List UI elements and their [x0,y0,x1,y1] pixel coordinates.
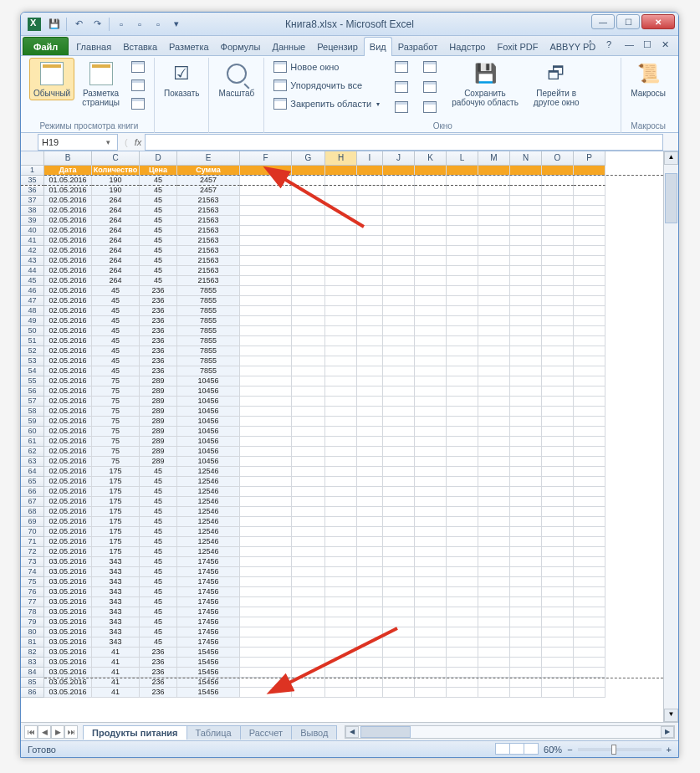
row-header[interactable]: 85 [21,678,44,688]
cell[interactable] [292,457,325,467]
cell[interactable] [478,587,510,597]
cell[interactable] [510,648,542,658]
cell[interactable] [447,366,478,376]
cell[interactable]: 02.05.2016 [44,537,92,547]
cell[interactable] [478,648,510,658]
cell[interactable] [325,246,357,256]
cell[interactable] [542,386,574,397]
row-header[interactable]: 60 [21,427,44,437]
cell[interactable]: 02.05.2016 [44,427,92,437]
cell[interactable] [357,537,383,547]
cell[interactable] [510,637,542,648]
page-layout-button[interactable]: Разметка страницы [78,58,124,110]
cell[interactable] [510,246,542,256]
cell[interactable]: 236 [140,316,177,326]
cell[interactable] [325,397,357,407]
cell[interactable] [383,226,415,236]
cell[interactable] [542,306,574,316]
cell[interactable] [292,236,325,246]
cell[interactable]: Количество [92,166,140,176]
cell[interactable] [240,457,292,467]
cell[interactable] [240,336,292,346]
cell[interactable]: 236 [140,658,177,668]
cell[interactable] [357,366,383,376]
cell[interactable] [542,617,574,627]
cell[interactable]: 17456 [177,637,240,648]
cell[interactable] [357,276,383,286]
row-header[interactable]: 76 [21,587,44,597]
show-button[interactable]: ☑ Показать [160,58,204,100]
cell[interactable] [325,487,357,497]
cell[interactable] [292,627,325,637]
cell[interactable] [447,356,478,366]
cell[interactable]: 343 [92,637,140,648]
cell[interactable] [510,668,542,678]
row-header[interactable]: 68 [21,507,44,517]
cell[interactable] [447,577,478,587]
cell[interactable] [542,487,574,497]
cell[interactable]: 41 [92,658,140,668]
cell[interactable]: 12546 [177,477,240,487]
cell[interactable] [240,437,292,447]
cell[interactable] [447,567,478,577]
formula-input[interactable] [145,134,663,151]
cell[interactable] [447,246,478,256]
qat-extra3[interactable]: ▫ [150,16,166,33]
cell[interactable] [478,447,510,457]
cell[interactable] [415,397,447,407]
cell[interactable] [510,286,542,296]
cell[interactable]: 236 [140,296,177,306]
cell[interactable]: 45 [92,356,140,366]
cell[interactable] [415,437,447,447]
cell[interactable] [542,376,574,386]
cell[interactable] [357,206,383,216]
row-header[interactable]: 52 [21,346,44,356]
cell[interactable] [478,196,510,206]
cell[interactable]: 02.05.2016 [44,346,92,356]
cell[interactable]: 10456 [177,376,240,386]
cell[interactable] [240,637,292,648]
cell[interactable]: 175 [92,467,140,477]
cell[interactable] [383,487,415,497]
cell[interactable]: 75 [92,437,140,447]
cell[interactable]: 236 [140,366,177,376]
cell[interactable]: 10456 [177,447,240,457]
cell[interactable] [292,617,325,627]
cell[interactable] [478,306,510,316]
cell[interactable] [325,256,357,266]
cell[interactable] [415,648,447,658]
cell[interactable] [447,497,478,507]
cell[interactable]: 45 [140,467,177,477]
cell[interactable]: 10456 [177,457,240,467]
cell[interactable] [542,226,574,236]
cell[interactable] [383,447,415,457]
cell[interactable]: 289 [140,427,177,437]
cell[interactable]: 343 [92,577,140,587]
cell[interactable] [574,557,605,567]
cell[interactable] [325,196,357,206]
cell[interactable] [510,417,542,427]
row-header[interactable]: 64 [21,467,44,477]
cell[interactable] [447,447,478,457]
cell[interactable] [415,597,447,607]
cell[interactable] [325,216,357,226]
cell[interactable] [510,597,542,607]
cell[interactable] [478,658,510,668]
cell[interactable] [292,336,325,346]
cell[interactable] [478,467,510,477]
cell[interactable] [325,587,357,597]
row-header[interactable]: 86 [21,688,44,698]
cell[interactable] [415,668,447,678]
cell[interactable]: 289 [140,437,177,447]
cell[interactable] [542,346,574,356]
cell[interactable] [325,557,357,567]
row-header[interactable]: 46 [21,286,44,296]
cell[interactable] [510,306,542,316]
tab-foxit pdf[interactable]: Foxit PDF [492,37,544,55]
row-header[interactable]: 48 [21,306,44,316]
cell[interactable] [240,597,292,607]
cell[interactable] [357,166,383,176]
cell[interactable] [292,326,325,336]
qat-extra2[interactable]: ▫ [131,16,148,33]
cell[interactable] [574,447,605,457]
